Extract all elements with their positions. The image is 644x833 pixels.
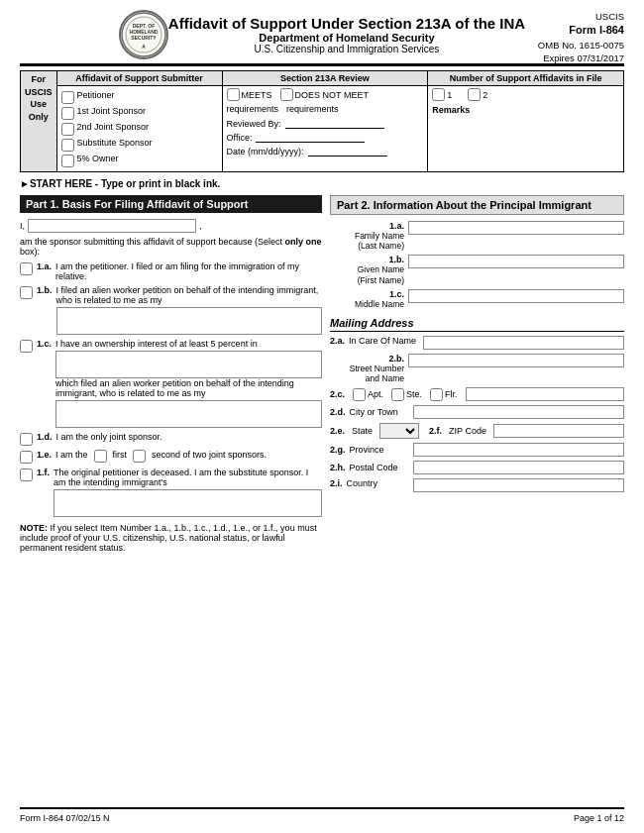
agency-name: Department of Homeland Security (168, 32, 525, 44)
item-1c-checkbox[interactable] (20, 340, 33, 353)
part2-2h-label: Postal Code (350, 463, 398, 472)
office-input[interactable] (256, 132, 365, 143)
part1-title: Part 1. Basis For Filing Affidavit of Su… (20, 195, 322, 213)
joint-sponsor-2-checkbox[interactable] (61, 123, 74, 136)
apt-checkbox[interactable] (353, 388, 366, 401)
intro-i: I, (20, 221, 25, 231)
care-of-name-input[interactable] (423, 336, 624, 350)
item-1d-checkbox[interactable] (20, 433, 33, 446)
substitute-sponsor-checkbox[interactable] (61, 139, 74, 152)
apt-number-input[interactable] (466, 387, 624, 401)
part2-2d-num: 2.d. (330, 407, 346, 417)
item-1e-first-checkbox[interactable] (94, 450, 107, 463)
petitioner-checkbox[interactable] (61, 91, 74, 104)
joint-sponsor-1-checkbox[interactable] (61, 107, 74, 120)
ste-checkbox[interactable] (391, 388, 404, 401)
item-1b-input[interactable] (56, 307, 322, 335)
item-1e-checkbox[interactable] (20, 451, 33, 464)
main-content: Part 1. Basis For Filing Affidavit of Su… (20, 195, 624, 553)
part2-2d-label: City or Town (350, 407, 398, 417)
item-1f-checkbox[interactable] (20, 469, 33, 481)
item-1e-row: 1.e. I am the first second of two joint … (20, 450, 322, 464)
item-1f-input[interactable] (54, 489, 322, 517)
state-select[interactable] (379, 423, 419, 439)
postal-code-input[interactable] (413, 461, 624, 474)
num-1-checkbox[interactable] (432, 88, 445, 101)
apt-label: Apt. (368, 389, 383, 399)
city-input[interactable] (413, 405, 624, 419)
item-1c-company-input[interactable] (55, 351, 322, 378)
family-name-input[interactable] (408, 221, 624, 235)
item-1a-row: 1.a. I am the petitioner. I filed or am … (20, 261, 322, 281)
item-1d-text: I am the only joint sponsor. (56, 432, 162, 442)
part2-1c-label: Middle Name (355, 299, 404, 309)
part2-2e-2f-row: 2.e. State 2.f. ZIP Code (330, 423, 624, 439)
item-1b-text: I filed an alien worker petition on beha… (56, 285, 319, 305)
svg-marker-5 (142, 44, 146, 49)
part2-2f-num: 2.f. (429, 426, 442, 436)
footer-left: Form I-864 07/02/15 N (20, 813, 110, 823)
note-text: If you select Item Number 1.a., 1.b., 1.… (20, 523, 317, 553)
item-1b-checkbox[interactable] (20, 286, 33, 299)
item-1f-row: 1.f. The original petitioner is deceased… (20, 468, 322, 517)
item-1c-text: I have an ownership interest of at least… (55, 339, 258, 349)
flr-checkbox[interactable] (430, 388, 443, 401)
flr-label: Flr. (445, 389, 458, 399)
part2-2i-num: 2.i. (330, 478, 343, 488)
part2-1a-row: 1.a. Family Name(Last Name) (330, 221, 624, 251)
sponsor-name-input[interactable] (28, 219, 196, 233)
part2-2c-row: 2.c. Apt. Ste. Flr. (330, 387, 624, 401)
part2-1b-num: 1.b. (388, 255, 404, 264)
note-bold: NOTE: (20, 523, 48, 533)
svg-text:SECURITY: SECURITY (131, 35, 157, 41)
item-1a-checkbox[interactable] (20, 262, 33, 275)
part2-2a-num: 2.a. (330, 336, 345, 346)
item-1c-relation-input[interactable] (55, 400, 322, 428)
part2-title: Part 2. Information About the Principal … (330, 195, 624, 215)
part2-1b-row: 1.b. Given Name(First Name) (330, 255, 624, 284)
start-here-text: ►START HERE - Type or print in black ink… (20, 178, 624, 189)
country-input[interactable] (413, 478, 624, 492)
given-name-input[interactable] (408, 255, 624, 268)
item-1e-first-label: first (113, 450, 128, 460)
part2-2h-row: 2.h. Postal Code (330, 461, 624, 474)
part2-2a-row: 2.a. In Care Of Name (330, 336, 624, 350)
owner-checkbox[interactable] (61, 155, 74, 167)
section-213a-header: Section 213A Review (222, 71, 428, 86)
sub-end: box): (20, 247, 40, 257)
omb-number: OMB No. 1615-0075 (538, 39, 624, 52)
street-input[interactable] (408, 354, 624, 367)
review-options: MEETS DOES NOT MEET requirements require… (222, 86, 428, 172)
meets-checkbox[interactable] (227, 88, 240, 101)
middle-name-input[interactable] (408, 289, 624, 303)
does-not-meet-checkbox[interactable] (280, 88, 293, 101)
mailing-address-title: Mailing Address (330, 317, 624, 332)
part2-section: Part 2. Information About the Principal … (330, 195, 624, 553)
header-center: Affidavit of Support Under Section 213A … (168, 15, 525, 54)
part2-2f-label: ZIP Code (449, 426, 486, 436)
province-input[interactable] (413, 443, 624, 457)
uscis-label: USCIS (538, 10, 624, 23)
date-input[interactable] (308, 146, 387, 156)
for-uscis-cell: ForUSCISUseOnly (21, 71, 57, 172)
part2-2b-label: Street Numberand Name (350, 364, 404, 383)
num-2-checkbox[interactable] (468, 88, 481, 101)
part2-2d-row: 2.d. City or Town (330, 405, 624, 419)
reviewed-by-input[interactable] (285, 118, 384, 129)
part2-1b-label: Given Name(First Name) (358, 264, 404, 284)
submitter-options: Petitioner 1st Joint Sponsor 2nd Joint S… (56, 86, 222, 172)
part2-1c-row: 1.c. Middle Name (330, 289, 624, 309)
part2-2h-num: 2.h. (330, 463, 346, 472)
num-checkboxes: 1 2 Remarks (428, 86, 624, 172)
part2-2g-num: 2.g. (330, 445, 346, 455)
part2-2a-label: In Care Of Name (349, 336, 416, 346)
sub-text: am the sponsor submitting this affidavit… (20, 237, 282, 247)
part2-2c-num: 2.c. (330, 389, 345, 399)
sub-bold: only one (285, 237, 322, 247)
zip-input[interactable] (493, 424, 624, 438)
part2-2b-row: 2.b. Street Numberand Name (330, 354, 624, 383)
item-1e-second-checkbox[interactable] (133, 450, 146, 463)
item-1f-text: The original petitioner is deceased. I a… (54, 468, 308, 487)
intro-comma: , (199, 221, 202, 231)
item-1e-second-label: second of two joint sponsors. (152, 450, 267, 460)
